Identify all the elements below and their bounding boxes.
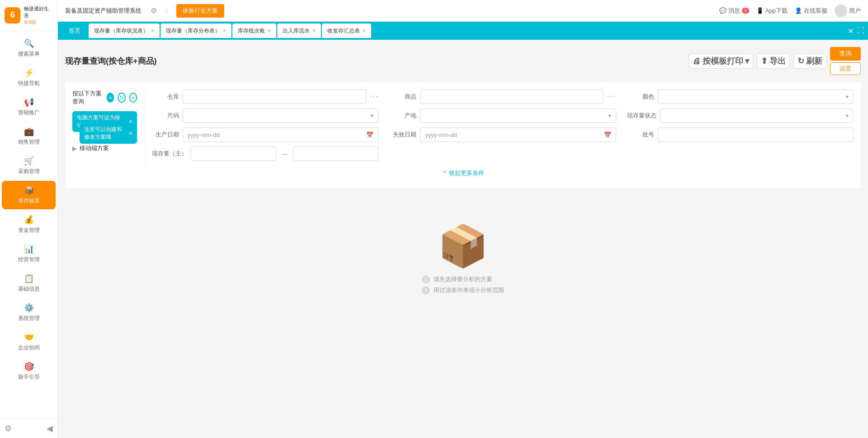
expire-date-start[interactable]: yyyy-mm-dd 📅 bbox=[420, 127, 616, 142]
collapse-bar[interactable]: ⌃ 收起更多条件 bbox=[72, 165, 854, 181]
filter-row-goods: 商品 ··· bbox=[389, 89, 616, 104]
filter-row-origin: 产地 ▾ bbox=[389, 108, 616, 123]
chevron-up-icon: ⌃ bbox=[442, 170, 447, 177]
color-select-arrow: ▾ bbox=[846, 94, 849, 100]
tab-label: 现存量（库存分布表） bbox=[166, 27, 220, 35]
set-button[interactable]: 设置 bbox=[830, 62, 861, 75]
origin-label: 产地 bbox=[389, 112, 416, 120]
sidebar-item-marketing[interactable]: 📢 营销推广 bbox=[2, 93, 56, 121]
print-icon: 🖨 bbox=[693, 57, 701, 66]
produce-date-start[interactable]: yyyy-mm-dd 📅 bbox=[183, 127, 378, 142]
sidebar-item-guide[interactable]: 🎯 新手引导 bbox=[2, 357, 56, 386]
settings-bottom-icon[interactable]: ⚙ bbox=[5, 424, 12, 433]
tab-label: 现存量（库存状况表） bbox=[94, 27, 148, 35]
tab-close-icon[interactable]: × bbox=[312, 28, 316, 34]
origin-select-arrow: ▾ bbox=[609, 113, 611, 119]
back-plan-button[interactable]: « bbox=[129, 93, 137, 103]
expire-date-label: 失效日期 bbox=[389, 131, 416, 139]
sidebar-item-inventory[interactable]: 📦 库存核算 bbox=[2, 181, 56, 209]
page-content: 现存量查询(按仓库+商品) 🖨 按模板打印 ▾ ⬆ 导出 ↻ 刷新 查询 设置 bbox=[58, 40, 868, 438]
edit-tooltip-text: 这里可以创建和修改方案哦 bbox=[84, 126, 125, 141]
sidebar-item-quick[interactable]: ⚡ 快捷导航 bbox=[2, 63, 56, 92]
tab-receive-summary[interactable]: 收发存汇总表 × bbox=[322, 24, 371, 38]
sidebar-item-label: 采购管理 bbox=[18, 168, 40, 175]
message-label: 消息 bbox=[728, 7, 740, 15]
gear-icon[interactable]: ⚙ bbox=[151, 6, 157, 15]
template-print-button[interactable]: 🖨 按模板打印 ▾ bbox=[689, 53, 753, 69]
goods-dots[interactable]: ··· bbox=[607, 93, 616, 101]
expand-mobile-icon: ▶ bbox=[72, 145, 77, 152]
logo-icon: 6 bbox=[5, 7, 20, 24]
tab-inventory-dist[interactable]: 现存量（库存分布表） × bbox=[160, 24, 231, 38]
filter-header: 按以下方案查询 + ↻ « bbox=[72, 89, 137, 106]
batch-input[interactable] bbox=[658, 127, 854, 142]
tab-home[interactable]: 首页 bbox=[61, 24, 88, 38]
support-icon: 👤 bbox=[795, 7, 802, 14]
support-action[interactable]: 👤 在线客服 bbox=[795, 7, 827, 15]
sidebar-item-system[interactable]: ⚙️ 系统管理 bbox=[2, 298, 56, 327]
tab-close-icon[interactable]: × bbox=[223, 28, 226, 34]
filter-row-stock-status: 现存量状态 ▾ bbox=[627, 108, 854, 123]
sidebar-nav: 🔍 搜索菜单 ⚡ 快捷导航 📢 营销推广 💼 销售管理 🛒 采购管理 📦 库存核… bbox=[0, 31, 57, 419]
tab-label: 出入库流水 bbox=[283, 27, 310, 35]
inventory-icon: 📦 bbox=[24, 185, 34, 195]
export-button[interactable]: ⬆ 导出 bbox=[757, 53, 790, 69]
query-button[interactable]: 查询 bbox=[830, 47, 861, 61]
color-input[interactable]: ▾ bbox=[658, 89, 854, 104]
tab-in-out[interactable]: 出入库流水 × bbox=[277, 24, 321, 38]
stock-status-input[interactable]: ▾ bbox=[660, 108, 854, 123]
empty-state: 📦 1 请先选择要分析的方案 2 用过滤条件来缩小分析范围 bbox=[65, 195, 861, 321]
refresh-button[interactable]: ↻ 刷新 bbox=[793, 53, 826, 69]
tab-close-icon[interactable]: × bbox=[268, 28, 271, 34]
sidebar-item-label: 快捷导航 bbox=[18, 80, 40, 87]
app-download-action[interactable]: 📱 App下载 bbox=[756, 7, 788, 15]
size-input[interactable]: ▾ bbox=[183, 108, 378, 123]
empty-illustration: 📦 bbox=[438, 222, 488, 270]
sidebar-item-basic[interactable]: 📋 基础信息 bbox=[2, 269, 56, 297]
fullscreen-icon[interactable]: ⛶ bbox=[857, 27, 864, 35]
filter-section: 按以下方案查询 + ↻ « 电脑方案可设为移动方案哦 × ▼ bbox=[65, 82, 861, 188]
tab-close-icon[interactable]: × bbox=[151, 28, 154, 34]
stock-status-label: 现存量状态 bbox=[627, 112, 656, 120]
message-action[interactable]: 💬 消息 8 bbox=[719, 7, 749, 15]
goods-input[interactable] bbox=[420, 89, 604, 104]
filter-row-color: 颜色 ▾ bbox=[627, 89, 854, 104]
tip-num-2: 2 bbox=[422, 286, 430, 294]
stock-status-arrow: ▾ bbox=[846, 113, 849, 119]
sidebar-item-sales[interactable]: 💼 销售管理 bbox=[2, 122, 56, 151]
color-label: 颜色 bbox=[627, 93, 654, 101]
origin-input[interactable]: ▾ bbox=[420, 108, 616, 123]
tab-batch-account[interactable]: 库存批次账 × bbox=[232, 24, 276, 38]
warehouse-label: 仓库 bbox=[152, 93, 179, 101]
refresh-plan-button[interactable]: ↻ bbox=[118, 93, 125, 103]
size-select-arrow: ▾ bbox=[371, 113, 373, 119]
warehouse-input[interactable] bbox=[183, 89, 366, 104]
user-label: 用户 bbox=[849, 7, 861, 15]
header-actions: 💬 消息 8 📱 App下载 👤 在线客服 用户 bbox=[719, 5, 861, 17]
filter-row-warehouse: 仓库 ··· bbox=[152, 89, 378, 104]
user-action[interactable]: 用户 bbox=[835, 5, 861, 17]
top-header: 装备及固定资产辅助管理系统 ⚙ | 体验行业方案 💬 消息 8 📱 App下载 … bbox=[58, 0, 868, 22]
plan-item-mobile[interactable]: ▶ 移动端方案 bbox=[72, 142, 137, 154]
edit-tooltip-close[interactable]: × bbox=[129, 130, 132, 137]
produce-date-label: 生产日期 bbox=[152, 131, 179, 139]
collapse-sidebar-icon[interactable]: ◀ bbox=[47, 424, 53, 433]
tab-close-icon[interactable]: × bbox=[363, 28, 366, 34]
purchase-icon: 🛒 bbox=[24, 156, 34, 166]
close-all-tabs-icon[interactable]: ✕ bbox=[848, 27, 854, 35]
add-plan-button[interactable]: + bbox=[107, 93, 114, 103]
sidebar-item-label: 营销推广 bbox=[18, 109, 40, 117]
tab-inventory-status[interactable]: 现存量（库存状况表） × bbox=[89, 24, 160, 38]
sidebar-item-purchase[interactable]: 🛒 采购管理 bbox=[2, 151, 56, 180]
sidebar-item-operation[interactable]: 📊 经营管理 bbox=[2, 240, 56, 268]
sidebar-item-search[interactable]: 🔍 搜索菜单 bbox=[2, 34, 56, 62]
tip-text-1: 请先选择要分析的方案 bbox=[434, 275, 492, 283]
trial-button[interactable]: 体验行业方案 bbox=[176, 4, 224, 18]
chevron-down-icon: ▾ bbox=[745, 56, 749, 66]
warehouse-dots[interactable]: ··· bbox=[370, 93, 378, 101]
sidebar-item-label: 资金管理 bbox=[18, 226, 40, 234]
sidebar-item-enterprise[interactable]: 🤝 企业协同 bbox=[2, 328, 56, 356]
stock-main-start[interactable] bbox=[191, 146, 276, 161]
stock-main-end[interactable] bbox=[293, 146, 378, 161]
sidebar-item-finance[interactable]: 💰 资金管理 bbox=[2, 210, 56, 239]
